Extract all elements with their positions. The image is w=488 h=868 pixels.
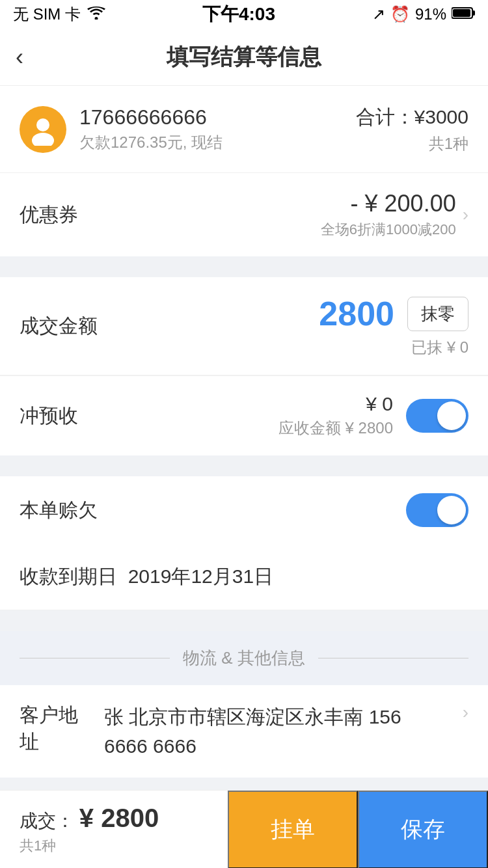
section-divider-3 (0, 621, 488, 631)
user-row: 17666666666 欠款1276.35元, 现结 合计：¥3000 共1种 (0, 86, 488, 172)
user-left: 17666666666 欠款1276.35元, 现结 (20, 105, 223, 153)
status-right: ↗ ⏰ 91% (372, 5, 475, 23)
debt-card: 本单赊欠 收款到期日 2019年12月31日 (0, 476, 488, 610)
deal-amount-label: 成交金额 (20, 313, 98, 340)
back-button[interactable]: ‹ (16, 44, 23, 71)
chevron-right-icon: › (463, 204, 468, 225)
nav-bar: ‹ 填写结算等信息 (0, 29, 488, 86)
user-right: 合计：¥3000 共1种 (356, 104, 468, 154)
bottom-deal-label: 成交： (20, 811, 74, 831)
avatar (20, 106, 66, 153)
user-sub: 欠款1276.35元, 现结 (79, 132, 223, 153)
svg-point-3 (36, 118, 49, 131)
battery-label: 91% (415, 5, 446, 23)
hold-order-button[interactable]: 挂单 (228, 791, 358, 869)
section-divider-2 (0, 466, 488, 476)
debt-toggle-knob (437, 496, 466, 524)
due-date-label: 收款到期日 2019年12月31日 (20, 565, 273, 587)
user-info: 17666666666 欠款1276.35元, 现结 (79, 105, 223, 153)
precollect-sub: 应收金额 ¥ 2800 (278, 418, 393, 439)
logistics-divider: 物流 & 其他信息 (0, 631, 488, 685)
location-icon: ↗ (372, 5, 385, 23)
debt-label: 本单赊欠 (20, 497, 98, 524)
wifi-icon (87, 5, 105, 23)
save-button[interactable]: 保存 (358, 791, 488, 869)
address-row[interactable]: 客户地址 张 北京市市辖区海淀区永丰南 156 6666 6666 › (0, 685, 488, 778)
debt-toggle[interactable] (406, 493, 468, 527)
debt-row: 本单赊欠 (0, 476, 488, 544)
sim-label: 无 SIM 卡 (13, 4, 81, 25)
deal-amount-row: 成交金额 2800 抹零 已抹 ¥ 0 (0, 277, 488, 375)
precollect-amount: ¥ 0 (278, 393, 393, 415)
svg-rect-1 (472, 10, 475, 16)
total-price: 合计：¥3000 (356, 104, 468, 131)
toggle-knob (437, 401, 466, 430)
precollect-label: 冲预收 (20, 403, 78, 429)
status-bar: 无 SIM 卡 下午4:03 ↗ ⏰ 91% (0, 0, 488, 29)
user-phone: 17666666666 (79, 105, 223, 129)
precollect-val: ¥ 0 应收金额 ¥ 2800 (278, 393, 393, 439)
amount-value: 2800 (319, 294, 394, 333)
bottom-amount: ¥ 2800 (79, 804, 159, 832)
alarm-icon: ⏰ (390, 5, 410, 23)
bottom-bar: 成交： ¥ 2800 共1种 挂单 保存 (0, 790, 488, 868)
precollect-right: ¥ 0 应收金额 ¥ 2800 (278, 393, 468, 439)
coupon-right: - ¥ 200.00 全场6折满1000减200 › (321, 190, 468, 239)
svg-point-4 (32, 133, 54, 146)
due-date-row: 收款到期日 2019年12月31日 (0, 544, 488, 610)
logistics-line-right (318, 658, 468, 658)
amount-sub: 已抹 ¥ 0 (319, 337, 468, 358)
total-count: 共1种 (356, 133, 468, 154)
logistics-line-left (20, 658, 170, 658)
precollect-row: 冲预收 ¥ 0 应收金额 ¥ 2800 (0, 375, 488, 455)
amount-right: 2800 抹零 (319, 294, 468, 333)
section-divider-1 (0, 267, 488, 277)
coupon-value: - ¥ 200.00 全场6折满1000减200 (321, 190, 456, 239)
coupon-amount: - ¥ 200.00 (321, 190, 456, 217)
coupon-label: 优惠券 (20, 202, 78, 228)
status-time: 下午4:03 (202, 2, 275, 27)
logistics-text: 物流 & 其他信息 (183, 647, 305, 670)
bottom-deal-row: 成交： ¥ 2800 (20, 804, 208, 834)
battery-icon (452, 5, 475, 23)
coupon-desc: 全场6折满1000减200 (321, 220, 456, 239)
user-info-card: 17666666666 欠款1276.35元, 现结 合计：¥3000 共1种 … (0, 86, 488, 256)
deal-amount-card: 成交金额 2800 抹零 已抹 ¥ 0 冲预收 ¥ 0 应收金额 ¥ 2800 (0, 277, 488, 455)
precollect-toggle[interactable] (406, 399, 468, 433)
address-value: 张 北京市市辖区海淀区永丰南 156 6666 6666 (104, 702, 450, 761)
bottom-info: 成交： ¥ 2800 共1种 (0, 804, 228, 856)
bottom-count: 共1种 (20, 836, 208, 856)
page-title: 填写结算等信息 (167, 42, 321, 72)
address-label: 客户地址 (20, 702, 91, 755)
address-chevron-icon: › (463, 702, 468, 723)
svg-rect-2 (453, 9, 470, 17)
round-button[interactable]: 抹零 (407, 297, 468, 331)
coupon-row[interactable]: 优惠券 - ¥ 200.00 全场6折满1000减200 › (0, 172, 488, 256)
status-left: 无 SIM 卡 (13, 4, 105, 25)
